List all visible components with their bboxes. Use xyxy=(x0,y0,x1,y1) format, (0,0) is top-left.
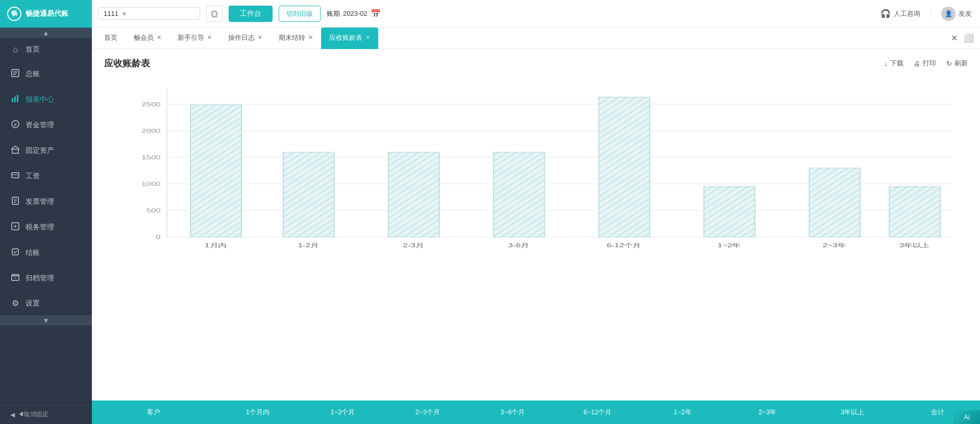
settings-icon: ⚙ xyxy=(10,298,20,308)
switch-version-button[interactable]: 切到旧版 xyxy=(279,6,321,22)
svg-text:1500: 1500 xyxy=(141,154,161,160)
svg-text:1~2年: 1~2年 xyxy=(718,242,741,248)
refresh-icon: ↻ xyxy=(946,60,952,67)
svg-text:6-12个月: 6-12个月 xyxy=(607,242,641,248)
bar-2-3月 xyxy=(388,152,439,237)
th-2-3year: 2~3年 xyxy=(725,408,810,417)
svg-rect-11 xyxy=(12,149,18,153)
cancel-fixed-label: ◀取消固定 xyxy=(18,410,48,419)
svg-text:1月内: 1月内 xyxy=(205,242,227,248)
company-name: 1111 xyxy=(104,10,118,17)
tab-period-close[interactable]: 期末结转 ✕ xyxy=(271,28,321,49)
sidebar-label-invoice: 发票管理 xyxy=(26,197,54,206)
svg-rect-12 xyxy=(12,173,19,178)
content-area: 首页 畅会员 ✕ 新手引导 ✕ 操作日志 ✕ 期末结转 ✕ 应收账龄表 ✕ xyxy=(92,28,980,424)
tab-close-period-close[interactable]: ✕ xyxy=(308,34,313,41)
tab-member[interactable]: 畅会员 ✕ xyxy=(126,28,169,49)
close-all-tabs-button[interactable]: ✕ xyxy=(951,33,958,43)
sidebar-item-settings[interactable]: ⚙ 设置 xyxy=(0,291,92,315)
tabs-bar: 首页 畅会员 ✕ 新手引导 ✕ 操作日志 ✕ 期末结转 ✕ 应收账龄表 ✕ xyxy=(92,28,980,49)
svg-rect-7 xyxy=(14,97,16,102)
user-label: 友友 xyxy=(959,9,972,18)
user-area[interactable]: 👤 友友 xyxy=(941,7,972,21)
tab-label-guide: 新手引导 xyxy=(178,33,204,42)
th-3year-plus: 3年以上 xyxy=(810,408,895,417)
print-label: 打印 xyxy=(923,59,936,68)
chart-wrapper: 0 500 1000 1500 2000 2500 xyxy=(104,79,968,263)
sidebar-item-salary[interactable]: 工资 xyxy=(0,163,92,189)
sidebar-item-fund[interactable]: ¥ 资金管理 xyxy=(0,112,92,138)
chevron-down-icon: ▼ xyxy=(121,11,127,17)
th-3-6month: 3~6个月 xyxy=(470,408,555,417)
bar-1-2年 xyxy=(704,186,755,237)
tab-home[interactable]: 首页 xyxy=(96,28,126,49)
sidebar-item-home[interactable]: ⌂ 首页 xyxy=(0,38,92,61)
sidebar-label-home: 首页 xyxy=(26,45,40,54)
svg-text:1-2月: 1-2月 xyxy=(298,242,318,248)
sidebar-item-report[interactable]: 报表中心 xyxy=(0,87,92,112)
print-icon: 🖨 xyxy=(914,60,920,67)
bar-2-3年 xyxy=(809,168,860,237)
tax-icon xyxy=(10,222,20,233)
tab-label-aging: 应收账龄表 xyxy=(329,33,362,42)
bar-6-12个月 xyxy=(599,97,650,237)
page-header: 应收账龄表 ↓ 下载 🖨 打印 ↻ 刷新 xyxy=(92,49,980,74)
sidebar-item-ledger[interactable]: 总账 xyxy=(0,61,92,87)
consult-area[interactable]: 🎧 人工咨询 xyxy=(880,9,920,18)
sidebar-item-archive[interactable]: 归档管理 xyxy=(0,266,92,291)
tabs-right: ✕ ⬜ xyxy=(951,33,976,43)
svg-text:500: 500 xyxy=(146,207,161,214)
invoice-icon xyxy=(10,196,20,207)
calendar-icon[interactable]: 📅 xyxy=(371,9,381,18)
home-icon: ⌂ xyxy=(10,45,20,54)
th-customer: 客户 xyxy=(92,408,215,417)
avatar: 👤 xyxy=(941,7,955,21)
tab-label-period-close: 期末结转 xyxy=(279,33,305,42)
period-area: 账期 2023-02 📅 xyxy=(327,9,381,18)
sidebar-label-ledger: 总账 xyxy=(26,69,40,79)
svg-text:0: 0 xyxy=(156,234,160,240)
copy-button[interactable] xyxy=(206,6,223,22)
cancel-fixed-button[interactable]: ◀ ◀取消固定 xyxy=(0,405,92,424)
maximize-button[interactable]: ⬜ xyxy=(964,33,974,43)
tab-guide[interactable]: 新手引导 ✕ xyxy=(169,28,220,49)
table-header: 客户 1个月内 1~2个月 2~3个月 3~6个月 6~12个月 1~2年 2~… xyxy=(92,401,980,424)
th-1month: 1个月内 xyxy=(215,408,300,417)
company-select[interactable]: 1111 ▼ xyxy=(98,7,200,20)
sidebar-label-salary: 工资 xyxy=(26,172,40,181)
salary-icon xyxy=(10,171,20,182)
sidebar-item-tax[interactable]: 税务管理 xyxy=(0,215,92,240)
workbench-button[interactable]: 工作台 xyxy=(229,6,273,22)
svg-text:3年以上: 3年以上 xyxy=(899,242,929,248)
sidebar-scroll-up[interactable]: ▲ xyxy=(0,28,92,38)
download-button[interactable]: ↓ 下载 xyxy=(885,59,904,68)
logo-icon: 畅 xyxy=(7,7,21,21)
sidebar-label-settings: 设置 xyxy=(26,299,40,308)
tab-close-aging[interactable]: ✕ xyxy=(365,34,370,41)
print-button[interactable]: 🖨 打印 xyxy=(914,59,936,68)
svg-text:3-6月: 3-6月 xyxy=(508,242,529,248)
refresh-button[interactable]: ↻ 刷新 xyxy=(946,59,968,68)
ai-badge[interactable]: Ai xyxy=(953,410,980,424)
header-right: 🎧 人工咨询 👤 友友 xyxy=(880,7,972,21)
bar-1月内 xyxy=(190,105,241,237)
tab-close-member[interactable]: ✕ xyxy=(157,34,161,41)
tab-close-guide[interactable]: ✕ xyxy=(207,34,212,41)
page-title: 应收账龄表 xyxy=(104,57,150,69)
tab-close-log[interactable]: ✕ xyxy=(258,34,262,41)
archive-icon xyxy=(10,273,20,284)
sidebar-scroll-down[interactable]: ▼ xyxy=(0,315,92,325)
top-header: 畅 畅捷通易代账 1111 ▼ 工作台 切到旧版 账期 2023-02 📅 🎧 … xyxy=(0,0,980,28)
sidebar-item-asset[interactable]: 固定资产 xyxy=(0,138,92,163)
download-label: 下载 xyxy=(890,59,903,68)
sidebar-label-archive: 归档管理 xyxy=(26,274,54,283)
tab-log[interactable]: 操作日志 ✕ xyxy=(220,28,271,49)
svg-text:2500: 2500 xyxy=(141,101,161,107)
tab-aging[interactable]: 应收账龄表 ✕ xyxy=(321,28,378,49)
fund-icon: ¥ xyxy=(10,120,20,131)
cancel-fixed-icon: ◀ xyxy=(10,411,15,418)
sidebar-item-invoice[interactable]: 发票管理 xyxy=(0,189,92,215)
refresh-label: 刷新 xyxy=(954,59,968,68)
sidebar-item-close[interactable]: 结账 xyxy=(0,240,92,266)
headset-icon: 🎧 xyxy=(880,9,891,18)
